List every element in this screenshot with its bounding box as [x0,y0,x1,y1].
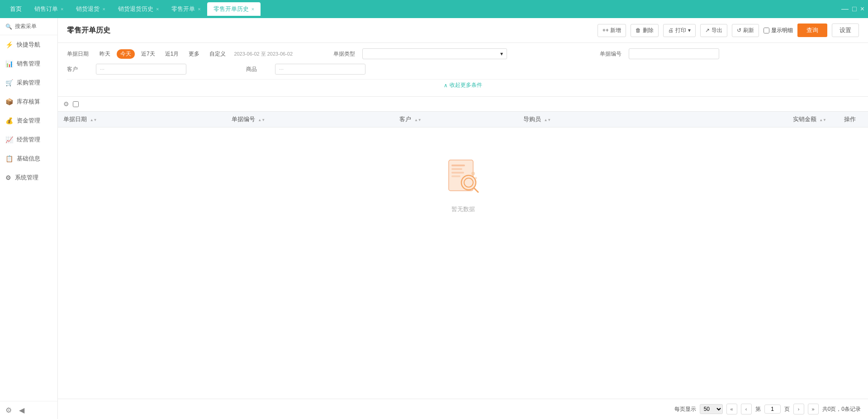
settings-icon[interactable]: ⚙ [5,406,12,414]
close-tab-retail-open-history[interactable]: × [251,6,254,12]
th-date[interactable]: 单据日期 ▲▼ [58,112,226,127]
svg-line-7 [474,188,478,192]
sidebar-item-finance[interactable]: 💰 资金管理 [0,111,57,130]
sidebar-item-purchase-mgmt[interactable]: 🛒 采购管理 [0,73,57,92]
collapse-sidebar-icon[interactable]: ◀ [19,406,24,414]
date-opt-today[interactable]: 今天 [117,49,135,59]
doc-no-input[interactable] [629,48,719,59]
content-area: 零售开单历史 + + 新增 🗑 删除 🖨 打印 ▾ ↗ 导出 [58,18,868,419]
sort-customer-icon: ▲▼ [414,118,422,122]
th-amount[interactable]: 实销金额 ▲▼ [664,112,832,127]
show-detail-input[interactable] [764,28,769,33]
export-button[interactable]: ↗ 导出 [700,24,727,37]
date-options: 昨天 今天 近7天 近1月 更多 自定义 2023-06-02 至 2023-0… [96,49,293,59]
tab-sales-return-history[interactable]: 销货退货历史 × [112,2,165,16]
close-window-btn[interactable]: × [860,5,864,13]
quick-nav-icon: ⚡ [5,41,13,48]
main-layout: 🔍 搜索采单 ⚡ 快捷导航 📊 销售管理 🛒 采购管理 📦 库存核算 💰 [0,18,868,419]
sidebar-bottom: ⚙ ◀ [0,401,57,419]
page-number-input[interactable] [764,405,781,414]
close-tab-sales-return[interactable]: × [102,6,105,12]
first-page-btn[interactable]: « [726,404,737,414]
svg-rect-3 [451,172,464,174]
base-info-icon: 📋 [5,155,13,162]
date-opt-last1month[interactable]: 近1月 [161,49,183,59]
date-label: 单据日期 [67,50,92,58]
sidebar-item-label: 资金管理 [17,117,40,125]
doc-type-dropdown-icon: ▾ [500,51,503,57]
table-settings-icon[interactable]: ⚙ [63,100,69,108]
sidebar-item-system-mgmt[interactable]: ⚙ 系统管理 [0,168,57,187]
tab-retail-open-history[interactable]: 零售开单历史 × [207,2,261,16]
minimize-btn[interactable]: — [841,5,849,13]
tab-retail-open[interactable]: 零售开单 × [165,2,207,16]
prev-page-btn[interactable]: ‹ [741,404,752,414]
date-range: 2023-06-02 至 2023-06-02 [234,51,293,57]
page-size-select[interactable]: 50 10 20 100 [700,404,723,414]
add-button[interactable]: + + 新增 [598,24,626,37]
sidebar-item-operation[interactable]: 📈 经营管理 [0,130,57,149]
date-opt-yesterday[interactable]: 昨天 [96,49,114,59]
close-tab-retail-open[interactable]: × [198,6,200,12]
settings-button[interactable]: 设置 [832,24,859,37]
sort-no-icon: ▲▼ [258,118,265,122]
date-opt-more[interactable]: 更多 [185,49,203,59]
delete-icon: 🗑 [636,27,641,33]
close-tab-sales-order[interactable]: × [61,6,63,12]
print-button[interactable]: 🖨 打印 ▾ [663,24,696,37]
sidebar-item-inventory[interactable]: 📦 库存核算 [0,92,57,111]
sales-mgmt-icon: 📊 [5,60,13,67]
customer-label: 客户 [67,66,92,73]
goods-input[interactable]: ··· [275,64,365,75]
sidebar-search-label: 搜索采单 [15,23,37,30]
svg-rect-4 [451,175,460,177]
filter-row-date: 单据日期 昨天 今天 近7天 近1月 更多 自定义 2023-06-02 至 2… [67,48,859,59]
sidebar-search[interactable]: 🔍 搜索采单 [0,18,57,35]
system-mgmt-icon: ⚙ [5,174,11,181]
tab-sales-return[interactable]: 销货退货 × [70,2,111,16]
table-toolbar: ⚙ [58,97,868,112]
inventory-icon: 📦 [5,98,13,105]
sidebar: 🔍 搜索采单 ⚡ 快捷导航 📊 销售管理 🛒 采购管理 📦 库存核算 💰 [0,18,58,419]
maximize-btn[interactable]: □ [852,5,857,13]
svg-rect-1 [451,165,465,166]
close-tab-sales-return-history[interactable]: × [156,6,159,12]
svg-rect-2 [451,168,462,170]
query-button[interactable]: 查询 [797,24,827,37]
collapse-up-icon: ∧ [444,82,448,89]
collapse-btn[interactable]: ∧ 收起更多条件 [67,79,859,91]
sidebar-nav: ⚡ 快捷导航 📊 销售管理 🛒 采购管理 📦 库存核算 💰 资金管理 📈 [0,35,57,401]
doc-no-filter-item: 单据编号 [600,48,859,59]
sort-amount-icon: ▲▼ [819,118,826,122]
th-no[interactable]: 单据编号 ▲▼ [226,112,394,127]
sidebar-item-quick-nav[interactable]: ⚡ 快捷导航 [0,35,57,54]
next-page-btn[interactable]: › [793,404,804,414]
select-all-checkbox[interactable] [73,101,79,107]
last-page-btn[interactable]: » [808,404,819,414]
sidebar-item-base-info[interactable]: 📋 基础信息 [0,149,57,168]
delete-button[interactable]: 🗑 删除 [631,24,659,37]
customer-input[interactable]: ··· [96,64,186,75]
date-opt-custom[interactable]: 自定义 [206,49,229,59]
sidebar-item-sales-mgmt[interactable]: 📊 销售管理 [0,54,57,73]
search-icon: 🔍 [5,24,12,30]
svg-point-9 [474,177,477,179]
print-dropdown-icon: ▾ [688,27,691,33]
date-opt-last7[interactable]: 近7天 [138,49,159,59]
table-wrapper: 单据日期 ▲▼ 单据编号 ▲▼ 客户 ▲▼ [58,112,868,399]
page-unit: 页 [784,405,790,413]
show-detail-checkbox[interactable]: 显示明细 [764,27,793,34]
refresh-button[interactable]: ↺ 刷新 [732,24,759,37]
tab-home[interactable]: 首页 [4,2,28,16]
filter-area: 单据日期 昨天 今天 近7天 近1月 更多 自定义 2023-06-02 至 2… [58,43,868,97]
sidebar-item-label: 基础信息 [17,155,40,163]
sidebar-item-label: 采购管理 [17,79,40,87]
tab-sales-order[interactable]: 销售订单 × [28,2,70,16]
th-salesperson[interactable]: 导购员 ▲▼ [518,112,664,127]
sort-date-icon: ▲▼ [90,118,97,122]
operation-icon: 📈 [5,136,13,143]
filter-row-customer: 客户 ··· 商品 ··· [67,64,859,75]
empty-icon [441,155,486,200]
th-customer[interactable]: 客户 ▲▼ [394,112,518,127]
doc-type-select[interactable]: ▾ [362,48,507,59]
